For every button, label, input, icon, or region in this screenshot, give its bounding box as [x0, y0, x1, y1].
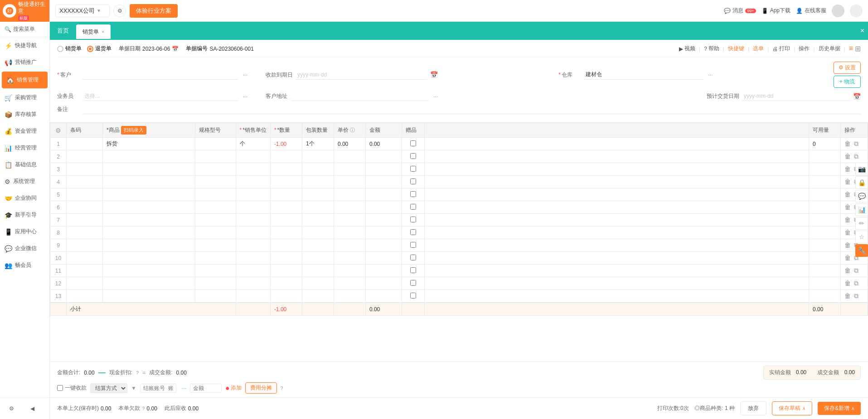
price-cell[interactable]	[334, 290, 365, 303]
product-cell[interactable]	[103, 176, 195, 188]
pkg-qty-cell[interactable]	[302, 201, 334, 214]
barcode-cell[interactable]	[67, 150, 103, 163]
radio-return-order[interactable]: 退货单	[87, 45, 112, 53]
price-cell[interactable]	[334, 214, 365, 226]
qty-cell[interactable]	[270, 252, 302, 265]
unit-cell[interactable]	[236, 163, 270, 176]
address-dots-btn[interactable]: ···	[433, 93, 438, 100]
barcode-cell[interactable]	[67, 290, 103, 303]
product-cell[interactable]	[103, 239, 195, 252]
price-info-icon[interactable]: ⓘ	[350, 127, 355, 133]
sidebar-item-inventory[interactable]: 📦 库存核算	[0, 106, 49, 123]
sidebar-item-system-mgmt[interactable]: ⚙ 系统管理	[0, 173, 49, 190]
qty-cell[interactable]	[270, 214, 302, 226]
unit-cell[interactable]	[236, 290, 270, 303]
delete-row-icon[interactable]: 🗑	[844, 292, 851, 299]
unit-cell[interactable]	[236, 201, 270, 214]
gift-cell[interactable]	[402, 239, 424, 252]
spec-cell[interactable]	[195, 277, 236, 290]
list-view-icon[interactable]: ≡	[849, 44, 853, 53]
price-cell[interactable]	[334, 188, 365, 201]
product-cell[interactable]	[103, 163, 195, 176]
delete-row-icon[interactable]: 🗑	[844, 140, 851, 147]
setting-button[interactable]: ⚙ 设置	[834, 62, 861, 74]
spec-cell[interactable]	[195, 201, 236, 214]
warehouse-input[interactable]	[584, 70, 703, 80]
price-cell[interactable]	[334, 226, 365, 239]
tab-home[interactable]: 首页	[50, 22, 76, 40]
gift-cell[interactable]	[402, 277, 424, 290]
sidebar-search[interactable]: 🔍 搜索菜单	[0, 22, 49, 37]
sidebar-item-marketing[interactable]: 📢 营销推广	[0, 54, 49, 71]
app-download-btn[interactable]: 📱 App下载	[761, 7, 790, 14]
barcode-cell[interactable]	[67, 138, 103, 150]
amount-cell[interactable]	[365, 214, 402, 226]
delivery-date-input[interactable]	[742, 92, 850, 101]
price-cell[interactable]	[334, 265, 365, 277]
barcode-cell[interactable]	[67, 239, 103, 252]
unit-cell[interactable]	[236, 226, 270, 239]
product-cell[interactable]	[103, 252, 195, 265]
save-new-button[interactable]: 保存&新增 ∧	[818, 402, 861, 415]
unit-cell[interactable]: 个	[236, 138, 270, 150]
product-cell[interactable]	[103, 226, 195, 239]
amount-cell[interactable]	[365, 176, 402, 188]
barcode-cell[interactable]	[67, 252, 103, 265]
salesperson-input[interactable]	[82, 92, 238, 101]
pkg-qty-cell[interactable]	[302, 252, 334, 265]
qty-cell[interactable]	[270, 265, 302, 277]
sidebar-item-sales-mgmt[interactable]: 🏠 销售管理	[2, 72, 48, 88]
unit-cell[interactable]	[236, 252, 270, 265]
rt-lock-btn[interactable]: 🔒	[855, 176, 868, 189]
qty-cell[interactable]	[270, 290, 302, 303]
gift-cell[interactable]	[402, 265, 424, 277]
barcode-cell[interactable]	[67, 176, 103, 188]
barcode-cell[interactable]	[67, 265, 103, 277]
spec-cell[interactable]	[195, 163, 236, 176]
copy-row-icon[interactable]: ⧉	[854, 279, 858, 287]
spec-cell[interactable]	[195, 176, 236, 188]
spec-cell[interactable]	[195, 252, 236, 265]
pkg-qty-cell[interactable]	[302, 277, 334, 290]
sidebar-item-enterprise-coop[interactable]: 🤝 企业协同	[0, 190, 49, 207]
product-cell[interactable]	[103, 277, 195, 290]
product-cell[interactable]	[103, 201, 195, 214]
rt-edit-btn[interactable]: ✏	[855, 217, 868, 230]
account-dots-btn[interactable]: ···	[182, 385, 186, 391]
calendar-icon[interactable]: 📅	[172, 46, 179, 52]
action-help[interactable]: ? 帮助	[704, 45, 719, 53]
trial-button[interactable]: 体验行业方案	[130, 4, 178, 18]
table-gear-icon[interactable]: ⚙	[55, 127, 61, 134]
sidebar-item-newbie-guide[interactable]: 🎓 新手引导	[0, 207, 49, 223]
copy-row-icon[interactable]: ⧉	[854, 140, 858, 147]
price-cell[interactable]	[334, 163, 365, 176]
qty-cell[interactable]	[270, 188, 302, 201]
amount-cell[interactable]	[365, 277, 402, 290]
customer-address-input[interactable]	[291, 92, 429, 101]
action-shortcut[interactable]: 快捷键	[728, 45, 744, 53]
unit-cell[interactable]	[236, 239, 270, 252]
warehouse-dots-btn[interactable]: ···	[708, 72, 713, 78]
sidebar-collapse-btn[interactable]: ◀	[26, 402, 39, 415]
barcode-cell[interactable]	[67, 214, 103, 226]
delete-row-icon[interactable]: 🗑	[844, 254, 851, 261]
gift-cell[interactable]	[402, 290, 424, 303]
pkg-qty-cell[interactable]	[302, 290, 334, 303]
barcode-cell[interactable]	[67, 188, 103, 201]
spec-cell[interactable]	[195, 150, 236, 163]
spec-cell[interactable]	[195, 188, 236, 201]
tab-bar-close-btn[interactable]: ×	[860, 27, 864, 35]
spec-cell[interactable]	[195, 138, 236, 150]
gift-cell[interactable]	[402, 188, 424, 201]
qty-cell[interactable]	[270, 150, 302, 163]
delete-row-icon[interactable]: 🗑	[844, 203, 851, 211]
amount-cell[interactable]	[365, 239, 402, 252]
spec-cell[interactable]	[195, 239, 236, 252]
price-cell[interactable]	[334, 176, 365, 188]
action-print[interactable]: 🖨 打印	[772, 45, 790, 53]
barcode-cell[interactable]	[67, 163, 103, 176]
qty-cell[interactable]	[270, 239, 302, 252]
delete-row-icon[interactable]: 🗑	[844, 241, 851, 249]
product-cell[interactable]	[103, 290, 195, 303]
delete-row-icon[interactable]: 🗑	[844, 279, 851, 287]
